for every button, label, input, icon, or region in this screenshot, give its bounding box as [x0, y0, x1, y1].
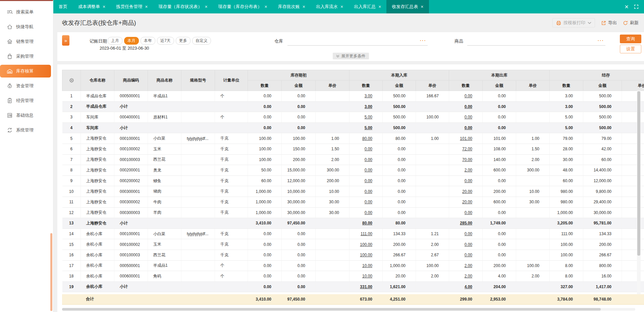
qty-in-link[interactable]: 10.00 [350, 260, 383, 271]
pill-last-month[interactable]: 上月 [108, 37, 122, 45]
pill-this-month[interactable]: 本月 [124, 37, 139, 45]
qty-in-link[interactable]: 0.00 [350, 175, 383, 186]
product-picker-ellipsis-icon[interactable]: ··· [598, 38, 604, 43]
print-by-template-button[interactable]: 按模板打印 [552, 18, 595, 28]
settings-button[interactable]: 设置 [620, 45, 641, 53]
qty-out-link[interactable]: 285.00 [449, 218, 483, 229]
qty-in-link[interactable]: 0.00 [350, 154, 383, 165]
qty-in-link[interactable]: 80.00 [350, 218, 383, 229]
sidebar-item-funds[interactable]: 资金管理 [0, 80, 51, 92]
qty-out-link[interactable]: 0.00 [449, 112, 483, 123]
sidebar-scrollbar[interactable] [50, 233, 52, 311]
qty-in-link[interactable]: 3.00 [350, 91, 383, 102]
row-index: 18 [62, 271, 81, 282]
qty-out-link[interactable]: 0.00 [449, 101, 483, 112]
qty-in-link[interactable]: 0.00 [350, 186, 383, 197]
vertical-scrollbar[interactable] [637, 91, 641, 294]
tab-close-icon[interactable]: × [265, 4, 267, 9]
sidebar-item-quick-nav[interactable]: 快捷导航 [0, 20, 51, 33]
qty-in-link[interactable]: 100.00 [350, 239, 383, 250]
qty-out-link[interactable]: 0.00 [449, 122, 483, 133]
collapse-filters-button[interactable]: » [62, 35, 69, 46]
tab-现存量（库存状况表）[interactable]: 现存量（库存状况表）× [153, 0, 213, 13]
close-window-icon[interactable]: × [625, 3, 629, 10]
qty-in-link[interactable]: 0.00 [350, 197, 383, 207]
qty-in-link[interactable]: 10.00 [350, 271, 383, 282]
qty-in-link[interactable]: 5.00 [350, 122, 383, 133]
qty-out-link[interactable]: 101.00 [449, 133, 483, 144]
qty-in-link[interactable]: 111.00 [350, 228, 383, 239]
qty-in-link[interactable]: 0.00 [350, 207, 383, 218]
qty-out-link[interactable]: 2.00 [449, 271, 483, 282]
tab-拣货任务管理[interactable]: 拣货任务管理× [111, 0, 153, 13]
qty-out-link[interactable]: 0.00 [449, 207, 483, 218]
qty-out-link[interactable]: 0.00 [449, 250, 483, 260]
warehouse-input[interactable]: ··· [287, 37, 428, 46]
measure-header: 单价 [516, 81, 550, 91]
cutoff-cell [622, 281, 644, 292]
group-header: 本期入库 [350, 70, 449, 81]
value-cell: 1,000.00 [248, 186, 282, 197]
horizontal-scrollbar[interactable] [62, 308, 635, 311]
pill-more[interactable]: 更多 [176, 37, 191, 45]
qty-in-link[interactable]: 331.00 [350, 281, 383, 292]
qty-out-link[interactable]: 70.00 [449, 154, 483, 165]
qty-in-link[interactable]: 0.00 [350, 165, 383, 176]
qty-out-link[interactable]: 0.00 [449, 91, 483, 102]
qty-in-link[interactable]: 3.00 [350, 101, 383, 112]
expand-more-button[interactable]: 展开更多条件 [333, 53, 369, 59]
sidebar-item-base-info[interactable]: 基础信息 [0, 109, 51, 122]
qty-out-link[interactable]: 20.00 [449, 197, 483, 207]
tab-成本调整单[interactable]: 成本调整单× [73, 0, 111, 13]
refresh-button[interactable]: 刷新 [623, 20, 639, 26]
qty-out-link[interactable]: 4.00 [449, 281, 483, 292]
sidebar-item-inventory[interactable]: 库存核算 [0, 65, 51, 77]
tab-close-icon[interactable]: × [303, 4, 305, 9]
pill-last-7-days[interactable]: 近7天 [157, 37, 174, 45]
row-index: 7 [62, 154, 81, 165]
qty-in-link[interactable]: 100.00 [350, 250, 383, 260]
value-cell [516, 101, 550, 112]
table-settings-icon[interactable] [62, 70, 81, 91]
sidebar-item-search-menu[interactable]: 搜索菜单 [0, 6, 51, 18]
tab-close-icon[interactable]: × [103, 4, 105, 9]
vertical-scrollbar-thumb[interactable] [637, 91, 640, 256]
qty-out-link[interactable]: 72.00 [449, 144, 483, 154]
tab-close-icon[interactable]: × [421, 4, 423, 9]
tab-close-icon[interactable]: × [340, 4, 343, 9]
query-button[interactable]: 查询 [620, 35, 641, 43]
qty-out-link[interactable]: 20.00 [449, 186, 483, 197]
horizontal-scrollbar-thumb[interactable] [62, 308, 601, 311]
tab-首页[interactable]: 首页 [53, 0, 73, 13]
tab-收发存汇总表[interactable]: 收发存汇总表× [386, 0, 429, 13]
product-input[interactable]: ··· [467, 37, 605, 46]
qty-out-link[interactable]: 0.00 [449, 175, 483, 186]
qty-in-link[interactable]: 80.00 [350, 133, 383, 144]
qty-out-link[interactable]: 2.00 [449, 165, 483, 176]
sidebar-item-sales[interactable]: 销售管理 [0, 35, 51, 48]
export-button[interactable]: 导出 [601, 20, 617, 26]
tab-close-icon[interactable]: × [205, 4, 207, 9]
cutoff-cell [622, 197, 644, 207]
value-cell: 111.00 [550, 228, 583, 239]
base-info-icon [7, 112, 13, 118]
date-range-value[interactable]: 2023-06-01 至 2023-06-30 [100, 46, 149, 51]
qty-in-link[interactable]: 5.00 [350, 112, 383, 123]
tab-close-icon[interactable]: × [378, 4, 381, 9]
fullscreen-icon[interactable] [634, 4, 639, 9]
qty-out-link[interactable]: 2.00 [449, 260, 483, 271]
tab-库存批次账[interactable]: 库存批次账× [273, 0, 311, 13]
tab-close-icon[interactable]: × [145, 4, 148, 9]
pill-this-year[interactable]: 本年 [141, 37, 155, 45]
sidebar-item-operations[interactable]: 经营管理 [0, 94, 51, 107]
sidebar-item-system[interactable]: 系统管理 [0, 124, 51, 137]
qty-out-link[interactable]: 0.00 [449, 239, 483, 250]
tab-现存量（库存分布表）[interactable]: 现存量（库存分布表）× [213, 0, 273, 13]
pill-custom[interactable]: 自定义 [192, 37, 211, 45]
warehouse-picker-ellipsis-icon[interactable]: ··· [420, 38, 426, 43]
tab-出入库汇总[interactable]: 出入库汇总× [348, 0, 386, 13]
sidebar-item-purchase[interactable]: 采购管理 [0, 50, 51, 63]
qty-in-link[interactable]: 0.00 [350, 144, 383, 154]
qty-out-link[interactable]: 0.00 [449, 228, 483, 239]
tab-出入库流水[interactable]: 出入库流水× [311, 0, 348, 13]
